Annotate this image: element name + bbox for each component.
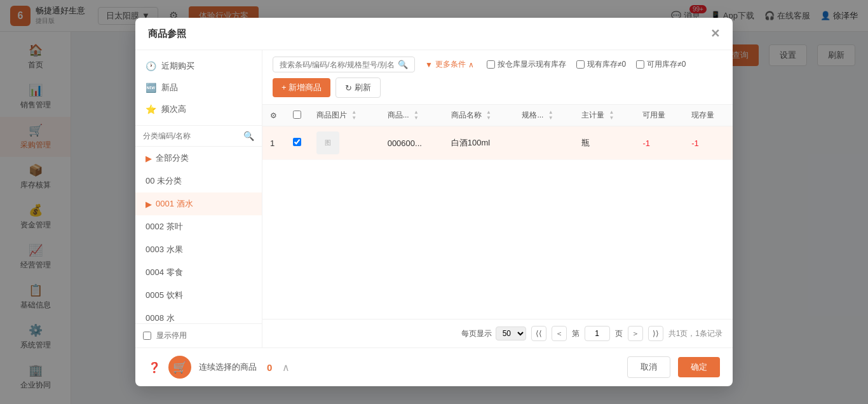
- row-checkbox[interactable]: [285, 126, 309, 160]
- clock-icon: 🕐: [146, 61, 156, 71]
- modal-body: 🕐 近期购买 🆕 新品 ⭐ 频次高 🔍: [135, 50, 733, 347]
- modal-close-button[interactable]: ✕: [710, 27, 720, 41]
- search-toolbar: 🔍 ▼ 更多条件 ∧ 按仓库显示现有库存 现: [262, 50, 733, 105]
- chevron-up-icon: ∧: [468, 60, 474, 69]
- collapse-footer-icon[interactable]: ∧: [282, 361, 290, 374]
- warehouse-stock-checkbox[interactable]: [487, 60, 495, 69]
- available-stock-checkbox[interactable]: [636, 60, 644, 69]
- row-stock: -1: [684, 126, 733, 160]
- show-disabled-area: 显示停用: [135, 323, 262, 347]
- tab-high-frequency[interactable]: ⭐ 频次高: [135, 98, 262, 120]
- new-icon: 🆕: [146, 83, 156, 93]
- modal-backdrop: 商品参照 ✕ 🕐 近期购买 🆕 新品 ⭐: [0, 0, 868, 404]
- star-icon: ⭐: [146, 104, 156, 114]
- pagination: 每页显示 50 ⟨⟨ ＜ 第 页 ＞ ⟩⟩ 共1页，1条记录: [262, 319, 733, 347]
- row-code: 000600...: [380, 126, 444, 160]
- col-settings[interactable]: ⚙: [262, 105, 285, 126]
- modal-header: 商品参照 ✕: [135, 18, 733, 50]
- row-select-checkbox[interactable]: [293, 138, 301, 146]
- col-checkbox[interactable]: [285, 105, 309, 126]
- category-search-input[interactable]: [143, 131, 240, 140]
- per-page-select[interactable]: 50: [496, 327, 526, 340]
- cat-item-snacks[interactable]: 0004 零食: [135, 261, 262, 284]
- cat-item-tea[interactable]: 0002 茶叶: [135, 215, 262, 238]
- col-name[interactable]: 商品名称 ▲▼: [444, 105, 515, 126]
- category-list: ▶ 全部分类 00 未分类 ▶ 0001 酒水 0002 茶叶 0003 水果: [135, 147, 262, 323]
- page-next-button[interactable]: ＞: [628, 326, 643, 341]
- cat-item-water[interactable]: 0008 水: [135, 307, 262, 323]
- refresh-icon: ↻: [345, 83, 352, 93]
- refresh-product-button[interactable]: ↻ 刷新: [336, 77, 381, 98]
- category-search-icon[interactable]: 🔍: [243, 131, 254, 141]
- row-name: 白酒100ml: [444, 126, 515, 160]
- per-page-selector: 每页显示 50: [461, 327, 526, 340]
- row-available: -1: [635, 126, 684, 160]
- selected-count: 0: [267, 362, 272, 373]
- search-icon[interactable]: 🔍: [398, 60, 408, 69]
- page-first-button[interactable]: ⟨⟨: [531, 326, 546, 341]
- product-table: ⚙ 商品图片 ▲▼ 商品... ▲▼: [262, 105, 733, 160]
- cart-label: 连续选择的商品: [199, 361, 257, 373]
- col-unit[interactable]: 主计量 ▲▼: [574, 105, 635, 126]
- right-panel: 🔍 ▼ 更多条件 ∧ 按仓库显示现有库存 现: [262, 50, 733, 347]
- col-available[interactable]: 可用量: [635, 105, 684, 126]
- tab-new-products[interactable]: 🆕 新品: [135, 77, 262, 98]
- check-existing-stock[interactable]: 现有库存≠0: [576, 59, 626, 70]
- more-filter-button[interactable]: ▼ 更多条件 ∧: [420, 57, 479, 72]
- quick-tabs: 🕐 近期购买 🆕 新品 ⭐ 频次高: [135, 50, 262, 126]
- filter-icon: ▼: [425, 60, 433, 69]
- product-search-input[interactable]: [280, 60, 394, 69]
- check-warehouse-stock[interactable]: 按仓库显示现有库存: [487, 59, 566, 70]
- page-info: 共1页，1条记录: [668, 328, 722, 339]
- product-image: 图: [316, 131, 339, 154]
- check-available-stock[interactable]: 可用库存≠0: [636, 59, 686, 70]
- table-body: 1 图 000600... 白酒100ml 瓶 -1 -1: [262, 126, 733, 160]
- help-icon[interactable]: ❓: [148, 361, 161, 374]
- add-product-button[interactable]: + 新增商品: [273, 78, 330, 97]
- search-box: 🔍: [273, 57, 415, 72]
- row-unit: 瓶: [574, 126, 635, 160]
- filter-checkboxes: 按仓库显示现有库存 现有库存≠0 可用库存≠0: [487, 59, 686, 70]
- table-head: ⚙ 商品图片 ▲▼ 商品... ▲▼: [262, 105, 733, 126]
- row-no: 1: [262, 126, 285, 160]
- page-prev-button[interactable]: ＜: [552, 326, 567, 341]
- product-reference-modal: 商品参照 ✕ 🕐 近期购买 🆕 新品 ⭐: [135, 18, 733, 386]
- cart-button[interactable]: 🛒: [168, 356, 191, 379]
- cat-item-drinks[interactable]: 0005 饮料: [135, 284, 262, 307]
- page-number-input[interactable]: [585, 326, 610, 341]
- confirm-button[interactable]: 确定: [678, 357, 720, 377]
- row-spec: [514, 126, 574, 160]
- expand-liquor-icon: ▶: [146, 199, 152, 209]
- table-row[interactable]: 1 图 000600... 白酒100ml 瓶 -1 -1: [262, 126, 733, 160]
- expand-all-icon: ▶: [146, 154, 152, 163]
- cat-item-all[interactable]: ▶ 全部分类: [135, 147, 262, 170]
- category-search-area: 🔍: [135, 126, 262, 147]
- row-img: 图: [309, 126, 380, 160]
- col-code[interactable]: 商品... ▲▼: [380, 105, 444, 126]
- left-panel: 🕐 近期购买 🆕 新品 ⭐ 频次高 🔍: [135, 50, 262, 347]
- cat-item-liquor[interactable]: ▶ 0001 酒水: [135, 192, 262, 215]
- col-img[interactable]: 商品图片 ▲▼: [309, 105, 380, 126]
- cancel-button[interactable]: 取消: [627, 356, 670, 378]
- page-last-button[interactable]: ⟩⟩: [648, 326, 663, 341]
- modal-footer: ❓ 🛒 连续选择的商品 0 ∧ 取消 确定: [135, 347, 733, 386]
- show-disabled-checkbox[interactable]: [143, 332, 151, 340]
- tab-recent-purchase[interactable]: 🕐 近期购买: [135, 55, 262, 77]
- col-spec[interactable]: 规格... ▲▼: [514, 105, 574, 126]
- cat-item-fruit[interactable]: 0003 水果: [135, 238, 262, 261]
- select-all-checkbox[interactable]: [293, 111, 301, 119]
- cat-item-uncategorized[interactable]: 00 未分类: [135, 170, 262, 192]
- modal-title: 商品参照: [148, 28, 186, 40]
- product-table-container: ⚙ 商品图片 ▲▼ 商品... ▲▼: [262, 105, 733, 319]
- col-stock[interactable]: 现存量: [684, 105, 733, 126]
- existing-stock-checkbox[interactable]: [576, 60, 585, 69]
